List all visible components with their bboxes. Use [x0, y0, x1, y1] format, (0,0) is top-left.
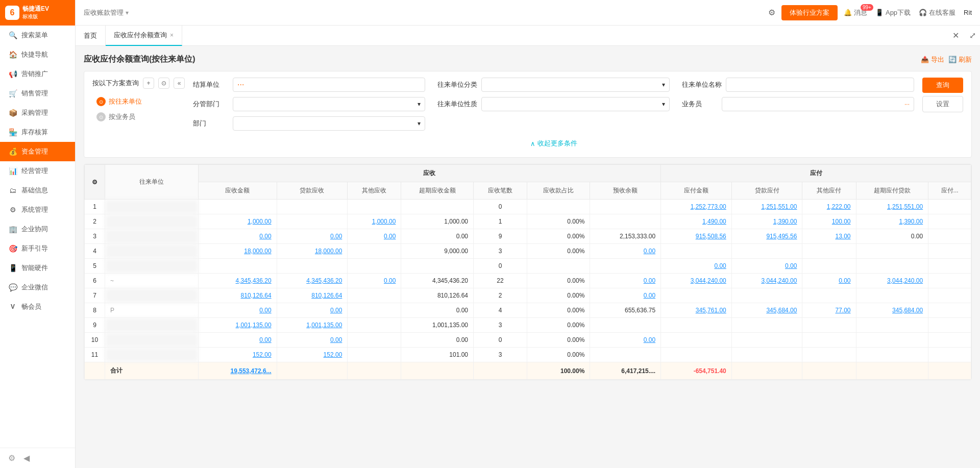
branch-dept-input[interactable]: ▾: [233, 97, 425, 111]
close-all-tabs-icon[interactable]: ✕: [946, 31, 965, 40]
notifications-button[interactable]: 🔔 消息 99+: [844, 8, 867, 17]
sidebar-item-basic[interactable]: 🗂 基础信息: [0, 181, 75, 200]
row-other-ap[interactable]: 100.00: [802, 214, 856, 229]
sidebar-item-guide[interactable]: 🎯 新手引导: [0, 239, 75, 258]
row-loan-ap[interactable]: 915,495.56: [731, 229, 802, 244]
row-loan-ar[interactable]: 18,000.00: [277, 244, 348, 259]
row-loan-ar[interactable]: 0.00: [277, 229, 348, 244]
partner-name-input[interactable]: [726, 78, 914, 92]
row-loan-ap[interactable]: 0.00: [731, 259, 802, 274]
row-loan-ar[interactable]: 1,001,135.00: [277, 318, 348, 333]
settle-unit-input[interactable]: ···: [233, 78, 425, 92]
edit-scheme-button[interactable]: ⊙: [158, 78, 169, 89]
online-service-button[interactable]: 🎧 在线客服: [919, 8, 955, 17]
row-ar-amount[interactable]: 1,001,135.00: [198, 318, 277, 333]
row-other-ap[interactable]: 13.00: [802, 229, 856, 244]
row-loan-ar[interactable]: 0.00: [277, 303, 348, 318]
row-other-ar[interactable]: 0.00: [348, 229, 401, 244]
table-settings-icon[interactable]: ⚙: [92, 179, 97, 186]
tab-ar-ap[interactable]: 应收应付余额查询 ×: [106, 26, 182, 46]
promo-button[interactable]: 体验行业方案: [781, 5, 838, 20]
row-loan-ar[interactable]: 4,345,436.20: [277, 274, 348, 288]
scheme-by-unit[interactable]: ⊙ 按往来单位: [92, 95, 185, 108]
row-ar-amount[interactable]: 0.00: [198, 229, 277, 244]
sidebar-item-system[interactable]: ⚙ 系统管理: [0, 200, 75, 219]
row-other-ap[interactable]: 77.00: [802, 303, 856, 318]
row-advance[interactable]: 0.00: [590, 274, 661, 288]
sidebar-item-marketing[interactable]: 📢 营销推广: [0, 64, 75, 84]
row-ar-amount[interactable]: 18,000.00: [198, 244, 277, 259]
row-advance[interactable]: 0.00: [590, 333, 661, 348]
row-ap-amount[interactable]: 345,761.00: [661, 303, 732, 318]
export-button[interactable]: 📤 导出: [921, 55, 944, 64]
row-other-ar[interactable]: 0.00: [348, 274, 401, 288]
app-download-button[interactable]: 📱 App下载: [875, 8, 911, 17]
user-name: Rit: [964, 9, 972, 16]
partner-category-input[interactable]: ▾: [481, 78, 670, 92]
row-overdue-ap[interactable]: 1,251,551.00: [856, 200, 928, 214]
row-overdue-ap: 0.00: [856, 229, 928, 244]
tab-close-icon[interactable]: ×: [170, 32, 174, 39]
query-button[interactable]: 查询: [922, 78, 963, 93]
row-ar-amount[interactable]: 152.00: [198, 348, 277, 362]
row-loan-ap[interactable]: 1,251,551.00: [731, 200, 802, 214]
row-advance: [590, 200, 661, 214]
sidebar-item-member[interactable]: V 畅会员: [0, 297, 75, 316]
row-loan-ap[interactable]: 345,684.00: [731, 303, 802, 318]
row-ar-count: 0: [473, 333, 527, 348]
row-ap-amount[interactable]: 0.00: [661, 259, 732, 274]
tab-home-label: 首页: [84, 31, 97, 40]
header-gear-icon[interactable]: ⚙: [768, 8, 775, 17]
sidebar-item-search[interactable]: 🔍 搜索菜单: [0, 26, 75, 45]
settings-button[interactable]: 设置: [922, 96, 963, 112]
sidebar-item-sales[interactable]: 🛒 销售管理: [0, 84, 75, 103]
row-overdue-ap[interactable]: 1,390.00: [856, 214, 928, 229]
sidebar-item-wechat[interactable]: 💬 企业微信: [0, 278, 75, 297]
row-other-ap[interactable]: 1,222.00: [802, 200, 856, 214]
sidebar-item-finance[interactable]: 💰 资金管理: [0, 142, 75, 161]
row-overdue-ap[interactable]: 3,044,240.00: [856, 274, 928, 288]
row-advance[interactable]: 0.00: [590, 244, 661, 259]
collapse-icon[interactable]: ◀: [23, 453, 30, 463]
row-ar-amount[interactable]: 810,126.64: [198, 288, 277, 303]
row-ap-amount[interactable]: 1,490.00: [661, 214, 732, 229]
row-loan-ar[interactable]: 152.00: [277, 348, 348, 362]
expand-tabs-icon[interactable]: ⤢: [965, 31, 980, 40]
partner-nature-input[interactable]: ▾: [481, 97, 670, 111]
table-row: 3 0.00 0.00 0.00 0.00 9 0.00% 2,153,333.…: [85, 229, 971, 244]
row-ar-amount[interactable]: 0.00: [198, 333, 277, 348]
sidebar-item-management[interactable]: 📊 经营管理: [0, 161, 75, 181]
row-advance[interactable]: 0.00: [590, 288, 661, 303]
sidebar-item-corp[interactable]: 🏢 企业协同: [0, 219, 75, 239]
row-other-ar[interactable]: 1,000.00: [348, 214, 401, 229]
row-ap-amount[interactable]: 915,508.56: [661, 229, 732, 244]
row-ap-amount[interactable]: 1,252,773.00: [661, 200, 732, 214]
row-ar-amount[interactable]: 0.00: [198, 303, 277, 318]
sidebar-item-quicknav[interactable]: 🏠 快捷导航: [0, 45, 75, 64]
collapse-label: 收起更多条件: [537, 139, 577, 148]
sidebar-item-inventory[interactable]: 🏪 库存核算: [0, 122, 75, 142]
settings-icon[interactable]: ⚙: [8, 453, 15, 463]
row-ar-amount[interactable]: 4,345,436.20: [198, 274, 277, 288]
row-overdue-ap[interactable]: 345,684.00: [856, 303, 928, 318]
collapse-more-button[interactable]: ∧ 收起更多条件: [193, 136, 914, 151]
scheme-by-staff[interactable]: ⊙ 按业务员: [92, 110, 185, 124]
row-loan-ar[interactable]: 0.00: [277, 333, 348, 348]
dept-input[interactable]: ▾: [233, 116, 425, 131]
refresh-button[interactable]: 🔄 刷新: [948, 55, 972, 64]
row-ap-amount[interactable]: 3,044,240.00: [661, 274, 732, 288]
row-other-ap[interactable]: 0.00: [802, 274, 856, 288]
row-ar-amount[interactable]: 1,000.00: [198, 214, 277, 229]
row-loan-ap[interactable]: 3,044,240.00: [731, 274, 802, 288]
sidebar-item-hardware[interactable]: 📱 智能硬件: [0, 258, 75, 278]
row-loan-ap[interactable]: 1,390.00: [731, 214, 802, 229]
footer-ar-total[interactable]: 19,553,472,6...: [198, 362, 277, 380]
salesperson-input[interactable]: ···: [722, 97, 914, 111]
add-scheme-button[interactable]: +: [143, 78, 154, 89]
more-scheme-button[interactable]: «: [174, 78, 185, 89]
tab-home[interactable]: 首页: [76, 26, 106, 46]
sidebar-item-purchase[interactable]: 📦 采购管理: [0, 103, 75, 122]
row-loan-ar[interactable]: 810,126.64: [277, 288, 348, 303]
member-icon: V: [8, 302, 17, 311]
user-avatar-button[interactable]: Rit: [964, 9, 972, 16]
